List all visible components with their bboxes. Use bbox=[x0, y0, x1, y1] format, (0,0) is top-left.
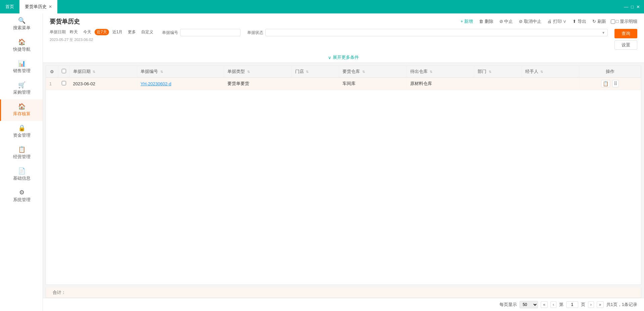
cell-department bbox=[474, 78, 522, 90]
cancel-stop-button[interactable]: ⊘ 取消中止 bbox=[518, 18, 543, 25]
basic-info-icon: 📄 bbox=[18, 168, 25, 174]
sidebar-item-system[interactable]: ⚙ 系统管理 bbox=[0, 185, 43, 207]
sidebar-item-basic-info[interactable]: 📄 基础信息 bbox=[0, 164, 43, 185]
sidebar-item-label: 系统管理 bbox=[13, 197, 31, 203]
date-buttons: 昨天 今天 近7天 近1月 更多 自定义 bbox=[68, 29, 155, 35]
doc-number-input[interactable] bbox=[180, 29, 240, 36]
cell-req-warehouse: 车间库 bbox=[339, 78, 407, 90]
date-filter-group: 单据日期 昨天 今天 近7天 近1月 更多 自定义 2023-05-27 至 2… bbox=[50, 29, 155, 42]
cell-num: 1 bbox=[46, 78, 58, 90]
filter-area: 单据日期 昨天 今天 近7天 近1月 更多 自定义 2023-05-27 至 2… bbox=[50, 29, 637, 53]
next-page-button[interactable]: › bbox=[588, 301, 594, 308]
print-button[interactable]: 🖨 打印 ∨ bbox=[546, 18, 568, 25]
new-button[interactable]: + 新增 bbox=[459, 18, 474, 25]
first-page-button[interactable]: « bbox=[541, 301, 548, 308]
col-department-label: 部门 bbox=[478, 69, 486, 74]
content-area: 要货单历史 + 新增 🗑 删除 ⊘ 中止 ⊘ 取消中止 🖨 bbox=[43, 13, 644, 311]
col-pending-warehouse-label: 待出仓库 bbox=[410, 69, 428, 74]
last-page-button[interactable]: » bbox=[597, 301, 604, 308]
sort-doc-number-icon: ⇅ bbox=[160, 70, 163, 74]
doc-number-link[interactable]: YH-20230602-d bbox=[141, 81, 171, 86]
sidebar-item-label: 快捷导航 bbox=[13, 46, 31, 52]
toolbar: + 新增 🗑 删除 ⊘ 中止 ⊘ 取消中止 🖨 打印 ∨ bbox=[459, 18, 637, 25]
page-title-row: 要货单历史 + 新增 🗑 删除 ⊘ 中止 ⊘ 取消中止 🖨 bbox=[50, 17, 637, 26]
date-btn-more[interactable]: 更多 bbox=[126, 29, 138, 35]
table-footer: 合计： bbox=[46, 287, 641, 298]
sidebar-item-label: 销售管理 bbox=[13, 68, 31, 74]
col-doc-number[interactable]: 单据编号 ⇅ bbox=[137, 66, 224, 78]
export-button[interactable]: ⬆ 导出 bbox=[571, 18, 588, 25]
select-all-checkbox[interactable] bbox=[62, 69, 66, 73]
window-maximize[interactable]: □ bbox=[631, 4, 634, 9]
display-detail-checkbox[interactable] bbox=[611, 19, 615, 24]
action-buttons: 查询 设置 bbox=[614, 29, 637, 52]
col-doc-type-label: 单据类型 bbox=[227, 69, 245, 74]
expand-more-button[interactable]: ∨ 展开更多条件 bbox=[50, 53, 637, 62]
expand-more-label: 展开更多条件 bbox=[333, 54, 359, 60]
sidebar-item-search-menu[interactable]: 🔍 搜索菜单 bbox=[0, 13, 43, 35]
window-close[interactable]: ✕ bbox=[636, 4, 640, 9]
sidebar-item-purchase[interactable]: 🛒 采购管理 bbox=[0, 78, 43, 99]
export-button-label: ⬆ 导出 bbox=[573, 18, 586, 25]
row-action-icons: 📋 ⠿ bbox=[583, 80, 637, 87]
sidebar-item-sales[interactable]: 📊 销售管理 bbox=[0, 56, 43, 78]
date-btn-last7days[interactable]: 近7天 bbox=[95, 29, 109, 35]
display-detail-button[interactable]: □ 显示明细 bbox=[611, 18, 637, 25]
col-pending-warehouse[interactable]: 待出仓库 ⇅ bbox=[407, 66, 474, 78]
doc-status-label: 单据状态 bbox=[247, 30, 263, 36]
col-doc-number-label: 单据编号 bbox=[141, 69, 158, 74]
col-store[interactable]: 门店 ⇅ bbox=[291, 66, 339, 78]
cell-doc-number[interactable]: YH-20230602-d bbox=[137, 78, 224, 90]
tab-home[interactable]: 首页 bbox=[0, 0, 19, 13]
stop-button-label: ⊘ 中止 bbox=[499, 18, 513, 25]
col-action: 操作 bbox=[579, 66, 641, 78]
tab-requisition-label: 要货单历史 bbox=[25, 4, 47, 10]
delete-button[interactable]: 🗑 删除 bbox=[478, 18, 495, 25]
col-doc-type[interactable]: 单据类型 ⇅ bbox=[224, 66, 291, 78]
row-edit-button[interactable]: 📋 bbox=[601, 80, 610, 87]
col-action-label: 操作 bbox=[606, 69, 614, 74]
sidebar-item-finance[interactable]: 🔒 资金管理 bbox=[0, 121, 43, 142]
date-btn-today[interactable]: 今天 bbox=[81, 29, 93, 35]
sales-icon: 📊 bbox=[18, 60, 25, 66]
col-department[interactable]: 部门 ⇅ bbox=[474, 66, 522, 78]
print-button-label: 🖨 打印 ∨ bbox=[547, 18, 567, 25]
page-size-select[interactable]: 50 10 20 100 bbox=[520, 301, 538, 308]
page-input[interactable] bbox=[566, 301, 578, 308]
sidebar-item-quick-nav[interactable]: 🏠 快捷导航 bbox=[0, 35, 43, 56]
query-button[interactable]: 查询 bbox=[614, 29, 637, 38]
doc-status-wrapper: ▼ bbox=[265, 29, 608, 36]
col-handler[interactable]: 经手人 ⇅ bbox=[522, 66, 579, 78]
row-checkbox[interactable] bbox=[62, 81, 66, 85]
refresh-button[interactable]: ↻ 刷新 bbox=[591, 18, 607, 25]
col-doc-date[interactable]: 单据日期 ⇅ bbox=[69, 66, 137, 78]
stop-button[interactable]: ⊘ 中止 bbox=[498, 18, 515, 25]
tab-close-icon[interactable]: ✕ bbox=[49, 4, 52, 9]
row-detail-button[interactable]: ⠿ bbox=[612, 80, 619, 87]
operations-icon: 📋 bbox=[18, 146, 25, 152]
sidebar-item-inventory[interactable]: 🏠 库存核算 bbox=[0, 99, 43, 121]
doc-status-filter: 单据状态 ▼ bbox=[247, 29, 608, 36]
col-settings[interactable]: ⚙ bbox=[46, 66, 58, 78]
sidebar: 🔍 搜索菜单 🏠 快捷导航 📊 销售管理 🛒 采购管理 🏠 库存核算 🔒 资金管… bbox=[0, 13, 43, 311]
cancel-stop-button-label: ⊘ 取消中止 bbox=[519, 18, 541, 25]
tab-requisition-history[interactable]: 要货单历史 ✕ bbox=[19, 0, 57, 13]
search-menu-icon: 🔍 bbox=[18, 17, 25, 24]
doc-status-select[interactable] bbox=[265, 29, 608, 36]
expand-down-icon: ∨ bbox=[328, 55, 331, 60]
system-icon: ⚙ bbox=[19, 189, 24, 195]
date-btn-yesterday[interactable]: 昨天 bbox=[68, 29, 80, 35]
col-doc-date-label: 单据日期 bbox=[73, 69, 91, 74]
sidebar-item-operations[interactable]: 📋 经营管理 bbox=[0, 142, 43, 164]
col-req-warehouse[interactable]: 要货仓库 ⇅ bbox=[339, 66, 407, 78]
delete-button-label: 🗑 删除 bbox=[479, 18, 493, 25]
prev-page-button[interactable]: ‹ bbox=[550, 301, 556, 308]
sort-handler-icon: ⇅ bbox=[540, 70, 543, 74]
display-detail-label: □ 显示明细 bbox=[616, 18, 637, 25]
settings-button[interactable]: 设置 bbox=[614, 40, 637, 50]
col-req-warehouse-label: 要货仓库 bbox=[342, 69, 360, 74]
date-btn-last1month[interactable]: 近1月 bbox=[110, 29, 125, 35]
window-minimize[interactable]: — bbox=[624, 4, 628, 9]
date-btn-custom[interactable]: 自定义 bbox=[139, 29, 155, 35]
sidebar-item-label: 库存核算 bbox=[13, 111, 31, 117]
